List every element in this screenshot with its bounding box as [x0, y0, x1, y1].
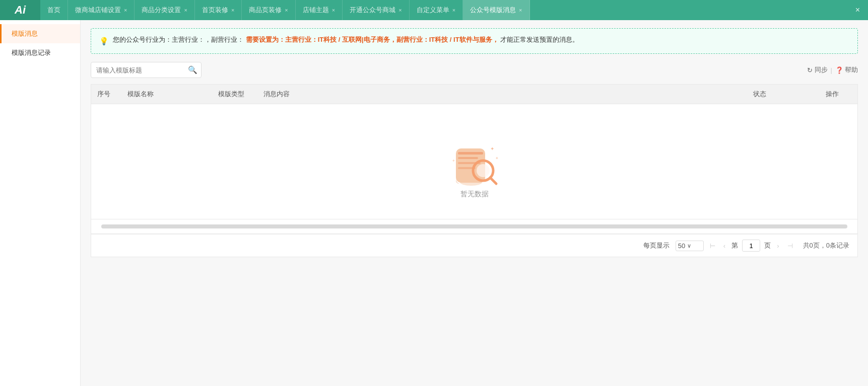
help-label: 帮助	[845, 65, 858, 74]
empty-text: 暂无数据	[460, 190, 489, 199]
search-icon[interactable]: 🔍	[188, 65, 197, 74]
nav-tab-3[interactable]: 首页装修×	[195, 0, 242, 20]
svg-text:✦: ✦	[452, 159, 455, 163]
sidebar-item-0[interactable]: 模版消息	[0, 24, 80, 43]
table-col-5: 操作	[808, 85, 858, 104]
nav-tab-label-6: 开通公众号商城	[350, 6, 395, 15]
nav-tab-7[interactable]: 自定义菜单×	[410, 0, 463, 20]
notice-icon: 💡	[99, 35, 109, 47]
help-button[interactable]: ❓ 帮助	[835, 65, 858, 74]
svg-rect-2	[458, 152, 483, 155]
top-nav: Ai 首页微商城店铺设置×商品分类设置×首页装修×商品页装修×店铺主题×开通公众…	[0, 0, 868, 20]
empty-row: ✦ ✦ ✦ 暂无数据	[91, 104, 858, 219]
search-input-wrap: 🔍	[91, 62, 202, 78]
nav-tab-label-5: 店铺主题	[303, 6, 329, 15]
nav-tab-label-0: 首页	[47, 6, 60, 15]
nav-tab-1[interactable]: 微商城店铺设置×	[68, 0, 135, 20]
table-header: 序号模版名称模版类型消息内容状态操作	[91, 85, 858, 104]
svg-text:✦: ✦	[495, 156, 499, 161]
nav-tab-label-4: 商品页装修	[249, 6, 282, 15]
nav-tab-close-5[interactable]: ×	[332, 7, 335, 13]
sync-label: 同步	[815, 65, 828, 74]
page-size-label: 每页显示	[643, 241, 670, 250]
nav-tab-label-3: 首页装修	[202, 6, 228, 15]
svg-text:✦: ✦	[490, 146, 494, 151]
nav-tab-close-6[interactable]: ×	[398, 7, 402, 13]
sync-icon: ↻	[807, 66, 813, 74]
nav-tab-close-8[interactable]: ×	[519, 7, 522, 13]
nav-tab-6[interactable]: 开通公众号商城×	[343, 0, 409, 20]
nav-tab-8[interactable]: 公众号模版消息×	[463, 0, 529, 20]
table-col-1: 模版名称	[121, 85, 212, 104]
nav-tab-close-2[interactable]: ×	[184, 7, 187, 13]
search-input[interactable]	[91, 62, 202, 78]
next-page-button[interactable]: ›	[775, 241, 781, 251]
nav-tab-4[interactable]: 商品页装修×	[242, 0, 295, 20]
table-col-0: 序号	[91, 85, 121, 104]
table-col-2: 模版类型	[212, 85, 257, 104]
nav-tab-0[interactable]: 首页	[40, 0, 68, 20]
page-size-select[interactable]: 50 ∨	[676, 241, 704, 251]
last-page-button[interactable]: ⊣	[785, 241, 795, 251]
search-actions: ↻ 同步 | ❓ 帮助	[807, 65, 858, 74]
sync-button[interactable]: ↻ 同步	[807, 65, 828, 74]
nav-tab-label-1: 微商城店铺设置	[75, 6, 121, 15]
nav-tab-label-8: 公众号模版消息	[470, 6, 516, 15]
empty-illustration: ✦ ✦ ✦	[447, 134, 502, 190]
horizontal-scrollbar[interactable]	[101, 224, 847, 228]
notice-text: 您的公众号行业为：主营行业：，副营行业： 需要设置为：主营行业：IT科技 / 互…	[113, 35, 579, 45]
nav-tab-close-1[interactable]: ×	[124, 7, 127, 13]
svg-line-7	[490, 178, 496, 184]
table-body: ✦ ✦ ✦ 暂无数据	[91, 104, 858, 219]
nav-tab-label-2: 商品分类设置	[142, 6, 181, 15]
table-col-4: 状态	[747, 85, 808, 104]
nav-tab-5[interactable]: 店铺主题×	[296, 0, 343, 20]
main-layout: 模版消息模版消息记录 💡 您的公众号行业为：主营行业：，副营行业： 需要设置为：…	[0, 20, 868, 386]
empty-state: ✦ ✦ ✦ 暂无数据	[91, 104, 857, 219]
nav-tab-label-7: 自定义菜单	[417, 6, 449, 15]
help-icon: ❓	[835, 66, 843, 74]
page-number-input[interactable]	[742, 240, 760, 252]
prev-page-button[interactable]: ‹	[721, 241, 727, 251]
page-label-after: 页	[764, 241, 771, 250]
toolbar-divider: |	[831, 66, 832, 74]
page-label-before: 第	[731, 241, 738, 250]
logo: Ai	[0, 0, 40, 20]
table-col-3: 消息内容	[257, 85, 747, 104]
content-area: 💡 您的公众号行业为：主营行业：，副营行业： 需要设置为：主营行业：IT科技 /…	[81, 20, 868, 386]
notice-highlight: 需要设置为：主营行业：IT科技 / 互联网|电子商务，副营行业：IT科技 / I…	[246, 36, 499, 43]
page-size-value: 50	[678, 242, 685, 250]
page-total: 共0页，0条记录	[803, 241, 849, 250]
sidebar: 模版消息模版消息记录	[0, 20, 81, 386]
nav-tab-2[interactable]: 商品分类设置×	[135, 0, 194, 20]
pagination-bar: 每页显示 50 ∨ ⊢ ‹ 第 页 › ⊣ 共0页，0条记录	[91, 234, 858, 257]
nav-tab-close-7[interactable]: ×	[452, 7, 455, 13]
nav-tab-close-3[interactable]: ×	[231, 7, 234, 13]
sidebar-item-1[interactable]: 模版消息记录	[0, 43, 80, 62]
tabs-container: 首页微商城店铺设置×商品分类设置×首页装修×商品页装修×店铺主题×开通公众号商城…	[40, 0, 847, 20]
table-header-row: 序号模版名称模版类型消息内容状态操作	[91, 85, 858, 104]
data-table: 序号模版名称模版类型消息内容状态操作	[91, 84, 858, 219]
page-size-chevron-icon: ∨	[687, 243, 691, 249]
nav-tab-close-4[interactable]: ×	[285, 7, 288, 13]
svg-rect-3	[458, 157, 478, 159]
search-bar: 🔍 ↻ 同步 | ❓ 帮助	[91, 62, 858, 78]
first-page-button[interactable]: ⊢	[708, 241, 717, 251]
global-close-button[interactable]: ×	[847, 6, 868, 15]
notice-box: 💡 您的公众号行业为：主营行业：，副营行业： 需要设置为：主营行业：IT科技 /…	[91, 28, 858, 54]
scrollbar-row	[91, 219, 858, 234]
svg-point-8	[477, 164, 490, 177]
